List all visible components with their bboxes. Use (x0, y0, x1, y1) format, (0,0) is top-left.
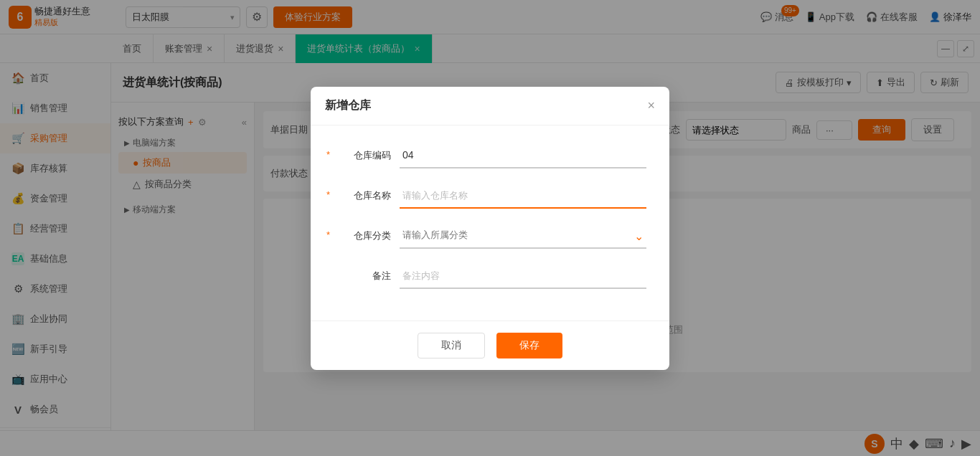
form-row-name: 仓库名称 (334, 183, 646, 209)
category-select-wrap: ⌄ (400, 223, 646, 249)
category-input[interactable] (400, 223, 646, 249)
category-label: 仓库分类 (334, 229, 391, 242)
modal-close-button[interactable]: × (647, 98, 655, 113)
cancel-button[interactable]: 取消 (418, 333, 485, 358)
modal-title: 新增仓库 (325, 98, 371, 113)
form-row-category: 仓库分类 ⌄ (334, 223, 646, 249)
save-button[interactable]: 保存 (496, 333, 562, 358)
form-row-code: 仓库编码 (334, 143, 646, 168)
remark-input[interactable] (400, 263, 646, 289)
new-warehouse-modal: 新增仓库 × 仓库编码 仓库名称 仓库分类 ⌄ (311, 87, 669, 370)
form-row-remark: 备注 (334, 263, 646, 289)
modal-header: 新增仓库 × (311, 87, 669, 125)
code-label: 仓库编码 (334, 149, 391, 162)
name-input[interactable] (400, 183, 646, 209)
remark-label: 备注 (334, 270, 391, 282)
modal-footer: 取消 保存 (311, 320, 669, 370)
name-label: 仓库名称 (334, 189, 391, 202)
code-input[interactable] (400, 143, 646, 168)
modal-body: 仓库编码 仓库名称 仓库分类 ⌄ 备注 (311, 125, 669, 320)
modal-overlay[interactable]: 新增仓库 × 仓库编码 仓库名称 仓库分类 ⌄ (0, 0, 980, 456)
